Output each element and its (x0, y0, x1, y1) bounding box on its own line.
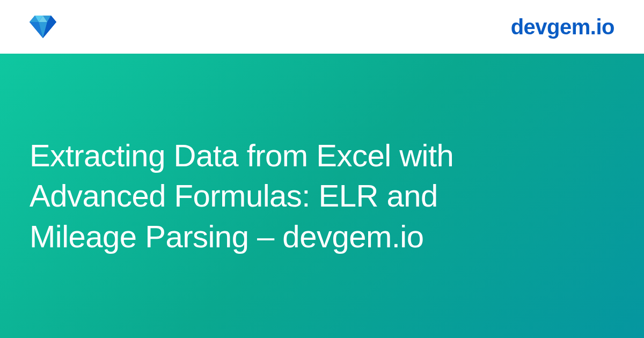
gem-logo-icon (30, 13, 56, 40)
brand-text: devgem.io (511, 15, 614, 39)
header: devgem.io (0, 0, 644, 54)
page-title: Extracting Data from Excel with Advanced… (30, 135, 486, 256)
hero-section: Extracting Data from Excel with Advanced… (0, 54, 644, 338)
